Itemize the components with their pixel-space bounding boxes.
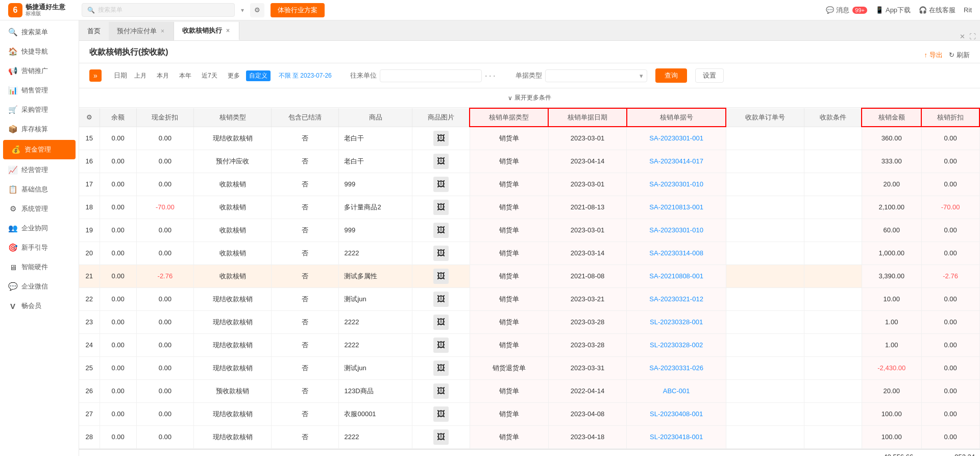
tab-close-writeoff[interactable]: × (225, 27, 231, 34)
cell-doc-report-no[interactable]: SL-20230408-001 (627, 402, 726, 425)
cell-doc-report-no[interactable]: SA-20230301-010 (627, 173, 726, 196)
doc-no-link[interactable]: SL-20230408-001 (650, 410, 703, 418)
doc-no-link[interactable]: SA-20230414-017 (649, 157, 703, 165)
cell-balance: 0.00 (100, 173, 136, 196)
cell-doc-report-date: 2023-03-28 (548, 310, 627, 333)
refresh-button[interactable]: ↻ 刷新 (949, 51, 970, 60)
date-btn-this-year[interactable]: 本年 (175, 70, 195, 81)
cell-doc-report-no[interactable]: SA-20210808-001 (627, 265, 726, 287)
date-btn-this-month[interactable]: 本月 (153, 70, 173, 81)
cell-doc-report-no[interactable]: SL-20230418-001 (627, 425, 726, 448)
cell-writeoff-type: 现结收款核销 (194, 310, 272, 333)
doc-no-link[interactable]: SA-20230314-008 (649, 249, 703, 257)
date-btn-custom[interactable]: 自定义 (246, 70, 271, 81)
sidebar-item-operations[interactable]: 📈 经营管理 (0, 160, 79, 180)
doc-no-link[interactable]: SL-20230418-001 (650, 433, 703, 441)
solution-button[interactable]: 体验行业方案 (271, 3, 325, 17)
main-content: 首页 预付冲应付单 × 收款核销执行 × ✕ ⛶ 收款核销执行(按收款) ↑ (79, 20, 980, 456)
cell-goods-img: 🖼 (412, 265, 470, 287)
app-logo: 6 畅捷通好生意 标准版 (8, 3, 65, 17)
cell-included: 否 (272, 219, 339, 242)
gear-button[interactable]: ⚙ (250, 3, 264, 17)
close-window-icon[interactable]: ✕ (960, 33, 965, 40)
cell-doc-report-no[interactable]: SL-20230328-002 (627, 333, 726, 356)
query-button[interactable]: 查询 (655, 68, 687, 83)
sidebar-item-finance[interactable]: 💰 资金管理 (3, 140, 76, 159)
cell-doc-report-no[interactable]: SA-20230414-017 (627, 150, 726, 173)
cell-id: 15 (79, 127, 100, 150)
doc-no-link[interactable]: SA-20210813-001 (649, 203, 703, 211)
cell-doc-report-no[interactable]: SL-20230328-001 (627, 310, 726, 333)
app-download-button[interactable]: 📱 App下载 (875, 6, 911, 15)
sidebar-item-sales[interactable]: 📊 销售管理 (0, 81, 79, 100)
export-button[interactable]: ↑ 导出 (924, 51, 943, 60)
doc-no-link[interactable]: SL-20230328-001 (650, 318, 703, 326)
settings-icon[interactable]: ⚙ (86, 113, 92, 121)
cell-doc-report-no[interactable]: SA-20230301-010 (627, 219, 726, 242)
doc-no-link[interactable]: SA-20210808-001 (649, 272, 703, 280)
cell-writeoff-amount: 100.00 (862, 402, 921, 425)
cell-writeoff-amount: 20.00 (862, 173, 921, 196)
filter-expand-button[interactable]: » (89, 69, 102, 82)
table-row: 23 0.00 0.00 现结收款核销 否 2222 🖼 销货单 2023-03… (79, 310, 979, 333)
sidebar-item-purchase[interactable]: 🛒 采购管理 (0, 100, 79, 119)
doc-no-link[interactable]: SL-20230328-002 (650, 341, 703, 349)
tab-writeoff[interactable]: 收款核销执行 × (174, 22, 239, 40)
tab-close-prepay[interactable]: × (160, 28, 165, 35)
cell-doc-report-type: 销货退货单 (470, 356, 548, 379)
doc-no-link[interactable]: SA-20230331-026 (649, 364, 703, 372)
sidebar-item-guide[interactable]: 🎯 新手引导 (0, 238, 79, 257)
doc-no-link[interactable]: SA-20230321-012 (649, 295, 703, 303)
sidebar-item-quicknav[interactable]: 🏠 快捷导航 (0, 42, 79, 61)
dropdown-arrow-icon[interactable]: ▾ (241, 7, 244, 14)
tab-prepay[interactable]: 预付冲应付单 × (109, 22, 174, 40)
cell-doc-report-no[interactable]: SA-20230321-012 (627, 287, 726, 310)
doc-type-select[interactable] (545, 69, 647, 82)
sidebar-item-marketing[interactable]: 📢 营销推广 (0, 61, 79, 81)
cell-cash-discount: 0.00 (136, 173, 193, 196)
th-writeoff-type: 核销类型 (194, 108, 272, 127)
cell-id: 17 (79, 173, 100, 196)
online-service-button[interactable]: 🎧 在线客服 (919, 6, 955, 15)
cell-doc-report-no[interactable]: SA-20230314-008 (627, 242, 726, 265)
cell-receipt-order-no (726, 196, 804, 219)
sidebar-item-inventory[interactable]: 📦 库存核算 (0, 119, 79, 139)
date-btn-last-month[interactable]: 上月 (130, 70, 151, 81)
cell-writeoff-type: 现结收款核销 (194, 402, 272, 425)
maximize-icon[interactable]: ⛶ (969, 33, 976, 40)
cell-doc-report-no[interactable]: ABC-001 (627, 379, 726, 402)
sidebar-item-hardware[interactable]: 🖥 智能硬件 (0, 257, 79, 277)
cell-writeoff-discount: 0.00 (921, 287, 979, 310)
cell-goods-img: 🖼 (412, 402, 470, 425)
date-btn-more[interactable]: 更多 (224, 70, 244, 81)
settings-button[interactable]: 设置 (695, 68, 724, 83)
th-doc-report-no: 核销单据号 (627, 108, 726, 127)
expand-more-button[interactable]: ∨ 展开更多条件 (508, 91, 551, 104)
hardware-icon: 🖥 (8, 262, 17, 272)
partner-input[interactable] (380, 69, 482, 82)
cell-doc-report-no[interactable]: SA-20230301-001 (627, 127, 726, 150)
doc-no-link[interactable]: SA-20230301-010 (649, 226, 703, 234)
sidebar-item-wechat[interactable]: 💬 企业微信 (0, 277, 79, 296)
cell-receipt-order-no (726, 265, 804, 287)
tab-home[interactable]: 首页 (79, 22, 109, 40)
cell-id: 21 (79, 265, 100, 287)
home-icon: 🏠 (8, 47, 17, 56)
message-button[interactable]: 💬 消息 99+ (826, 6, 867, 15)
cell-doc-report-no[interactable]: SA-20230331-026 (627, 356, 726, 379)
cell-writeoff-discount: 0.00 (921, 379, 979, 402)
doc-no-link[interactable]: ABC-001 (663, 387, 690, 395)
cell-doc-report-no[interactable]: SA-20210813-001 (627, 196, 726, 219)
doc-no-link[interactable]: SA-20230301-001 (649, 134, 703, 142)
doc-no-link[interactable]: SA-20230301-010 (649, 180, 703, 188)
th-settings[interactable]: ⚙ (79, 108, 100, 127)
sidebar-item-search[interactable]: 🔍 搜索菜单 (0, 22, 79, 42)
table-row: 21 0.00 -2.76 收款核销 否 测试多属性 🖼 销货单 2021-08… (79, 265, 979, 287)
sidebar-item-basic-info[interactable]: 📋 基础信息 (0, 180, 79, 199)
sidebar-item-collaboration[interactable]: 👥 企业协同 (0, 219, 79, 238)
cell-receipt-condition (804, 310, 862, 333)
sidebar-item-system[interactable]: ⚙ 系统管理 (0, 199, 79, 219)
sidebar-item-member[interactable]: V 畅会员 (0, 296, 79, 316)
user-avatar[interactable]: Rit (964, 6, 972, 14)
date-btn-7days[interactable]: 近7天 (198, 70, 222, 81)
